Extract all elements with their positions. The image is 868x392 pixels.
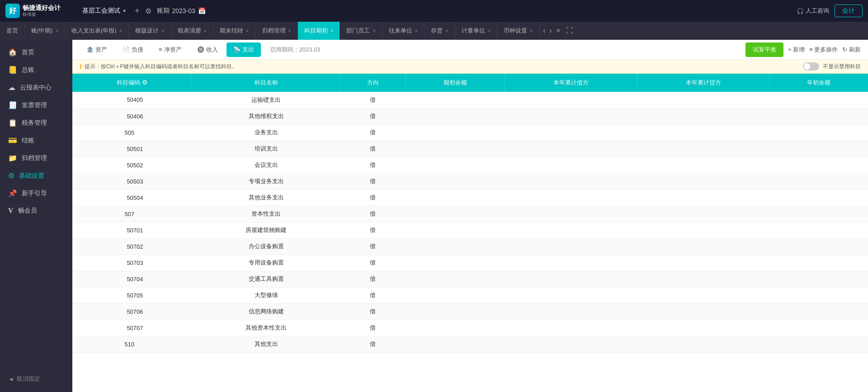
more-button[interactable]: ≡ 更多操作 <box>809 46 838 54</box>
cell-ytd-debit <box>505 336 637 352</box>
tab-dept[interactable]: 部门员工 × <box>340 22 382 40</box>
table-row[interactable]: 50704 交通工具购置 借 <box>72 271 868 287</box>
table-row[interactable]: 50504 其他业务支出 借 <box>72 189 868 206</box>
sub-tab-assets[interactable]: 🏦 资产 <box>80 43 114 57</box>
sub-tab-income[interactable]: 🔘 收入 <box>190 43 225 57</box>
balance-button[interactable]: 试算平衡 <box>745 43 783 57</box>
tab-income-close[interactable]: × <box>119 28 122 33</box>
cell-code: 50501 <box>72 141 192 157</box>
tab-customer-close[interactable]: × <box>415 28 418 33</box>
table-row[interactable]: 50405 运输礎支出 借 <box>72 92 868 108</box>
cell-name: 其他业务支出 <box>192 189 340 206</box>
tab-next-btn[interactable]: › <box>547 26 553 36</box>
cell-year-opening <box>769 189 868 206</box>
tab-ledger-close[interactable]: × <box>56 28 58 33</box>
tab-unit[interactable]: 计量单位 × <box>455 22 497 40</box>
sidebar-item-settlement[interactable]: 💳 结账 <box>0 132 72 149</box>
tab-income[interactable]: 收入支出表(年报) × <box>65 22 129 40</box>
settings-icon[interactable]: ⚙ <box>145 7 151 15</box>
table-row[interactable]: 50501 培训支出 借 <box>72 141 868 157</box>
tab-dept-close[interactable]: × <box>373 28 375 33</box>
tab-inventory-close[interactable]: × <box>445 28 448 33</box>
tab-inventory[interactable]: 存货 × <box>425 22 455 40</box>
table-row[interactable]: 510 其他支出 借 <box>72 336 868 352</box>
table-row[interactable]: 50406 其他维权支出 借 <box>72 108 868 124</box>
table-row[interactable]: 507 资本性支出 借 <box>72 206 868 222</box>
sidebar-item-ledger[interactable]: 📒 总账 <box>0 61 72 79</box>
tab-currency-close[interactable]: × <box>530 28 533 33</box>
sub-tab-net-assets[interactable]: ≡ 净资产 <box>152 43 189 57</box>
tab-tax-table-close[interactable]: × <box>204 28 207 33</box>
archive-icon: 📁 <box>8 154 17 162</box>
sidebar-item-cloud-report[interactable]: ☁ 云报表中心 <box>0 79 72 96</box>
table-row[interactable]: 50706 信息网络购建 借 <box>72 303 868 320</box>
table-row[interactable]: 50707 其他资本性支出 借 <box>72 320 868 336</box>
cell-ytd-debit <box>505 303 637 320</box>
tab-ledger[interactable]: 账(中期) × <box>25 22 65 40</box>
cell-ytd-credit <box>637 271 769 287</box>
sidebar-item-guide[interactable]: 📌 新手引导 <box>0 184 72 202</box>
sub-tab-bar: 🏦 资产 📄 负债 ≡ 净资产 🔘 收入 📡 支出 启用期间：2023.03 <box>72 40 868 60</box>
sub-tab-liabilities[interactable]: 📄 负债 <box>116 43 150 57</box>
sidebar-item-invoice[interactable]: 🧾 发票管理 <box>0 96 72 114</box>
table-container[interactable]: 科目编码 ⚙ 科目名称 方向 期初余额 本年累计借方 本年累计贷方 年初余额 5… <box>72 74 868 392</box>
refresh-button[interactable]: ↻ 刷新 <box>842 46 861 54</box>
account-button[interactable]: 会计 <box>835 5 863 17</box>
new-button[interactable]: + 新增 <box>788 46 805 54</box>
tab-fullscreen-btn[interactable]: ⛶ <box>563 26 576 36</box>
sidebar-item-tax[interactable]: 📋 税务管理 <box>0 114 72 132</box>
cell-ytd-debit <box>505 271 637 287</box>
cell-code: 50703 <box>72 255 192 271</box>
sidebar-item-home[interactable]: 🏠 首页 <box>0 43 72 61</box>
tab-currency[interactable]: 币种设置 × <box>497 22 539 40</box>
table-row[interactable]: 50701 房屋建筑物购建 借 <box>72 222 868 238</box>
more-label: ≡ 更多操作 <box>809 46 838 54</box>
sidebar-settlement-label: 结账 <box>22 137 34 145</box>
sidebar-home-label: 首页 <box>22 48 34 57</box>
cell-ytd-debit <box>505 206 637 222</box>
table-row[interactable]: 505 业务支出 借 <box>72 124 868 141</box>
sub-tab-expenditure[interactable]: 📡 支出 <box>226 43 261 57</box>
cell-ytd-debit <box>505 320 637 336</box>
net-assets-icon: ≡ <box>159 46 162 53</box>
disable-toggle[interactable] <box>803 62 819 71</box>
tab-template-close[interactable]: × <box>161 28 164 33</box>
sidebar-pin-toggle[interactable]: ◄ 取消固定 <box>0 369 72 388</box>
tab-close-all-btn[interactable]: × <box>553 26 563 36</box>
tab-unit-close[interactable]: × <box>488 28 491 33</box>
tab-customer[interactable]: 往来单位 × <box>382 22 425 40</box>
tab-period-end[interactable]: 期末结转 × <box>213 22 255 40</box>
cell-opening <box>406 271 505 287</box>
main-layout: 🏠 首页 📒 总账 ☁ 云报表中心 🧾 发票管理 📋 税务管理 💳 结账 📁 归… <box>0 40 868 392</box>
tab-template-label: 模版设计 <box>135 27 159 35</box>
tab-template[interactable]: 模版设计 × <box>129 22 171 40</box>
customer-service-btn[interactable]: 🎧 人工咨询 <box>797 7 829 15</box>
cell-code: 50504 <box>72 189 192 206</box>
income-icon: 🔘 <box>197 46 204 53</box>
table-row[interactable]: 50705 大型修缮 借 <box>72 287 868 303</box>
tab-tax-table[interactable]: 税表清册 × <box>171 22 213 40</box>
tab-subject-init[interactable]: 科目期初 × <box>298 22 340 40</box>
tab-prev-btn[interactable]: ‹ <box>542 26 547 36</box>
table-row[interactable]: 50702 办公设备购置 借 <box>72 238 868 255</box>
col-settings-icon[interactable]: ⚙ <box>142 79 148 86</box>
settings-gear-icon: ⚙ <box>8 171 14 180</box>
table-row[interactable]: 50703 专用设备购置 借 <box>72 255 868 271</box>
tab-archive[interactable]: 归档管理 × <box>256 22 298 40</box>
calendar-icon[interactable]: 📅 <box>198 7 206 14</box>
tab-subject-init-close[interactable]: × <box>330 28 333 33</box>
cell-direction: 借 <box>340 222 406 238</box>
tab-home[interactable]: 首页 <box>0 22 25 40</box>
company-selector[interactable]: 基层工会测试 ▾ <box>79 5 129 17</box>
sidebar-item-member[interactable]: V 畅会员 <box>0 202 72 219</box>
tab-period-end-close[interactable]: × <box>246 28 249 33</box>
logo-text: 畅捷通好会计 <box>23 4 61 12</box>
add-company-icon[interactable]: + <box>135 6 140 16</box>
sidebar-item-basic-settings[interactable]: ⚙ 基础设置 <box>0 167 72 184</box>
tab-archive-close[interactable]: × <box>288 28 291 33</box>
tip-bar: ℹ 提示：按Ctrl＋F键并输入科目编码或者科目名称可以查找科目。 不显示禁用科… <box>72 60 868 74</box>
tab-currency-label: 币种设置 <box>504 27 527 35</box>
table-row[interactable]: 50503 专项业务支出 借 <box>72 173 868 189</box>
sidebar-item-archive[interactable]: 📁 归档管理 <box>0 149 72 167</box>
table-row[interactable]: 50502 会议支出 借 <box>72 157 868 173</box>
